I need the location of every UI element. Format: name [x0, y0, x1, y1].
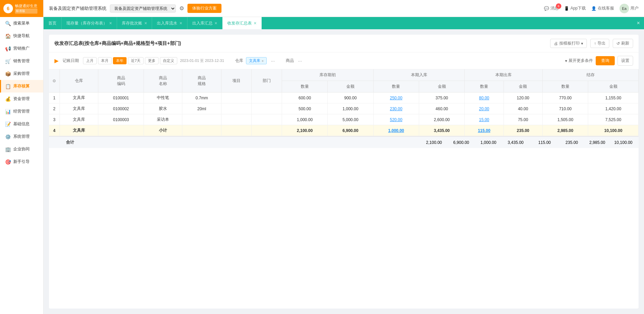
in-qty-link-3[interactable]: 1,000.00	[388, 128, 404, 133]
td-in-qty-0[interactable]: 250.00	[373, 93, 419, 103]
sidebar-item-operation[interactable]: 📊 经营管理	[0, 105, 43, 118]
sidebar-item-system[interactable]: ⚙️ 系统管理	[0, 130, 43, 143]
date-btn-more[interactable]: 更多	[145, 57, 159, 64]
sidebar-item-enterprise[interactable]: 🏢 企业协同	[0, 143, 43, 155]
date-btn-last-month[interactable]: 上月	[83, 57, 97, 64]
td-out-qty-0[interactable]: 80.00	[465, 93, 503, 103]
tabs-close-all[interactable]: ×	[633, 20, 644, 26]
online-service-btn[interactable]: 👤 在线客服	[591, 5, 614, 11]
td-closing-qty-0: 770.00	[543, 93, 588, 103]
inventory-icon: 📋	[5, 84, 11, 89]
footer-closing-amount: 10,100.00	[608, 140, 635, 145]
out-qty-link-2[interactable]: 15.00	[479, 117, 489, 122]
tab-close-3[interactable]: ×	[179, 20, 182, 26]
date-btn-custom[interactable]: 自定义	[160, 57, 177, 64]
table-footer: 合计 2,100.00 6,900.00 1,000.00 3,435.00 1…	[49, 136, 639, 148]
tab-close-5[interactable]: ×	[254, 20, 257, 26]
warehouse-tag-close-icon[interactable]: ×	[262, 59, 264, 63]
tab-4[interactable]: 出入库汇总×	[187, 17, 222, 29]
product-more-icon[interactable]: ···	[298, 58, 302, 64]
tab-2[interactable]: 库存批次账×	[117, 17, 152, 29]
marketing-icon: 📢	[5, 46, 11, 51]
td-project-2	[221, 114, 251, 125]
tab-1[interactable]: 现存量（库存分布表）×	[62, 17, 117, 29]
app-download-btn[interactable]: 📱 App下载	[564, 5, 586, 11]
in-qty-link-0[interactable]: 250.00	[390, 96, 402, 100]
td-out-qty-1[interactable]: 20.00	[465, 103, 503, 114]
td-in-qty-2[interactable]: 520.00	[373, 114, 419, 125]
sidebar-item-guide[interactable]: 🎯 新手引导	[0, 155, 43, 168]
td-code-0: 0100001	[98, 93, 144, 103]
sidebar-item-basic[interactable]: 📝 基础信息	[0, 118, 43, 130]
user-menu[interactable]: Ea 用户	[620, 4, 639, 13]
td-in-amount-2: 2,600.00	[419, 114, 465, 125]
sidebar-item-search[interactable]: 🔍 搜索菜单	[0, 17, 43, 30]
system-selector[interactable]: 装备及固定资产辅助管理系统	[110, 4, 176, 13]
out-qty-link-0[interactable]: 80.00	[479, 96, 489, 100]
sidebar-item-inventory[interactable]: 📋 库存核算	[0, 80, 43, 93]
td-warehouse-2: 文具库	[60, 114, 98, 125]
print-label: 按模板打印	[559, 40, 580, 46]
setting-btn[interactable]: 设置	[617, 56, 633, 66]
query-btn[interactable]: 查询	[596, 56, 615, 65]
th-closing-qty: 数量	[543, 81, 588, 93]
warehouse-more-icon[interactable]: ···	[271, 58, 275, 64]
messages-btn[interactable]: 💬 消息 6	[544, 5, 559, 11]
print-btn[interactable]: 🖨 按模板打印 ▾	[550, 39, 587, 48]
logo-badge: 标准版	[15, 9, 37, 14]
sidebar-item-label-quick-nav: 快捷导航	[13, 33, 30, 39]
td-project-0	[221, 93, 251, 103]
out-qty-link-1[interactable]: 20.00	[479, 106, 489, 111]
sidebar-item-label-enterprise: 企业协同	[13, 146, 30, 152]
tab-close-4[interactable]: ×	[215, 20, 217, 26]
date-btn-this-month[interactable]: 本月	[98, 57, 112, 64]
sidebar-item-purchase[interactable]: 📦 采购管理	[0, 67, 43, 80]
th-closing-amount: 金额	[588, 81, 639, 93]
td-name-1: 胶水	[144, 103, 182, 114]
td-out-qty-2[interactable]: 15.00	[465, 114, 503, 125]
table-row: 1 文具库 0100001 中性笔 0.7mm 600.00 900.00 25…	[49, 93, 639, 103]
tab-close-1[interactable]: ×	[109, 20, 112, 26]
td-in-qty-1[interactable]: 230.00	[373, 103, 419, 114]
data-table: ⚙ 仓库 商品编码 商品名称 商品规格 项目 部门 库存期初 本期入库 本期出库…	[49, 69, 639, 136]
date-btn-this-year[interactable]: 本年	[113, 57, 127, 64]
tab-5[interactable]: 收发存汇总表×	[222, 17, 262, 29]
sidebar-item-label-purchase: 采购管理	[13, 71, 30, 77]
td-out-qty-3[interactable]: 115.00	[465, 125, 503, 136]
th-settings: ⚙	[49, 69, 60, 93]
in-qty-link-2[interactable]: 520.00	[390, 117, 402, 122]
tab-0[interactable]: 首页	[44, 17, 62, 29]
in-qty-link-1[interactable]: 230.00	[390, 106, 402, 111]
sidebar-item-sales[interactable]: 🛒 销售管理	[0, 55, 43, 67]
logo-icon: 6	[3, 4, 13, 13]
td-in-qty-3[interactable]: 1,000.00	[373, 125, 419, 136]
out-qty-link-3[interactable]: 115.00	[478, 128, 491, 133]
td-department-1	[251, 103, 282, 114]
gear-icon[interactable]: ⚙	[179, 5, 184, 12]
sidebar-item-finance[interactable]: 💰 资金管理	[0, 93, 43, 105]
quick-nav-icon: 🏠	[5, 33, 11, 39]
th-out-amount: 金额	[503, 81, 542, 93]
date-btn-7days[interactable]: 近7天	[128, 57, 144, 64]
sidebar-item-marketing[interactable]: 📢 营销推广	[0, 42, 43, 55]
table-row: 3 文具库 0100003 采访本 1,000.00 5,000.00 520.…	[49, 114, 639, 125]
warehouse-tag-text: 文具库	[249, 58, 260, 63]
table-settings-icon[interactable]: ⚙	[52, 79, 56, 83]
filter-toggle-icon[interactable]: ▶	[54, 57, 59, 64]
tab-label-1: 现存量（库存分布表）	[66, 20, 107, 26]
basic-icon: 📝	[5, 121, 11, 127]
td-department-0	[251, 93, 282, 103]
topbar: 装备及固定资产辅助管理系统 装备及固定资产辅助管理系统 ⚙ 体验行业方案 💬 消…	[44, 0, 644, 17]
tab-close-2[interactable]: ×	[144, 20, 147, 26]
sidebar-item-label-inventory: 库存核算	[13, 83, 30, 89]
date-label: 记账日期	[63, 58, 79, 64]
expand-btn[interactable]: ▾ 展开更多条件	[565, 58, 593, 64]
refresh-btn[interactable]: ↺ 刷新	[613, 39, 633, 48]
export-btn[interactable]: ↑ 导出	[590, 39, 609, 48]
export-icon: ↑	[594, 41, 596, 46]
experience-btn[interactable]: 体验行业方案	[187, 4, 221, 13]
warehouse-tag[interactable]: 文具库 ×	[246, 57, 267, 64]
td-closing-qty-3: 2,985.00	[543, 125, 588, 136]
tab-3[interactable]: 出入库流水×	[152, 17, 187, 29]
sidebar-item-quick-nav[interactable]: 🏠 快捷导航	[0, 30, 43, 42]
